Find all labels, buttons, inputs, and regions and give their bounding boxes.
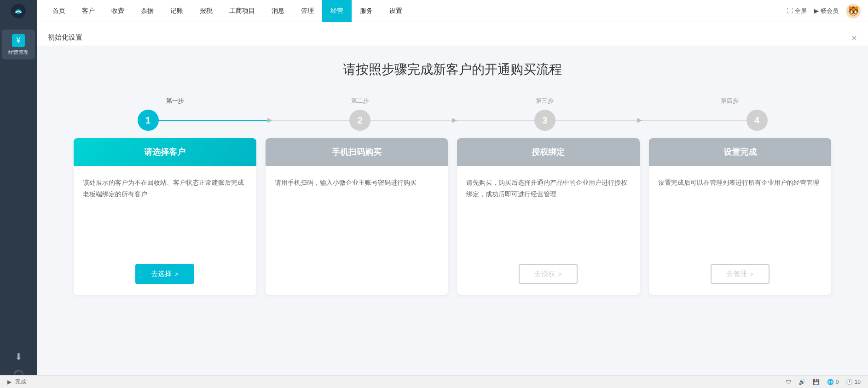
go-authorize-button[interactable]: 去授权 > <box>519 264 578 284</box>
nav-biz[interactable]: 工商项目 <box>221 0 263 22</box>
fullscreen-button[interactable]: ⛶ 全屏 <box>787 7 807 15</box>
step-4-wrapper: 第四步 4 <box>637 97 822 131</box>
steps-container: 第一步 1 ▶ 第二步 2 <box>55 97 850 131</box>
status-text: 完成 <box>15 378 26 386</box>
nav-manage[interactable]: 管理 <box>293 0 322 22</box>
nav-invoice[interactable]: 票据 <box>133 0 162 22</box>
step-4-label: 第四步 <box>721 97 739 105</box>
play-icon: ▶ <box>814 7 819 14</box>
card-4-header: 设置完成 <box>649 138 832 166</box>
card-1-header: 请选择客户 <box>74 138 256 166</box>
card-2: 手机扫码购买 请用手机扫码，输入小微企业主账号密码进行购买 <box>266 138 448 295</box>
nav-accounting[interactable]: 记账 <box>162 0 191 22</box>
sidebar-item-label: 经营管理 <box>8 49 29 56</box>
card-4-body: 设置完成后可以在管理列表进行所有企业用户的经营管理 <box>649 166 832 257</box>
nav-tax[interactable]: 报税 <box>191 0 221 22</box>
status-right: 🛡 🔊 💾 🌐 0 🕐 10 <box>786 379 861 385</box>
flow-title: 请按照步骤完成新客户的开通购买流程 <box>55 61 850 78</box>
step-3-wrapper: 第三步 3 ▶ <box>452 97 637 131</box>
step-2-circle: 2 <box>349 110 370 131</box>
card-3-footer: 去授权 > <box>457 257 640 295</box>
step-1-circle: 1 <box>138 110 159 131</box>
card-1: 请选择客户 该处展示的客户为不在回收站、客户状态正常建账后完成老板端绑定的所有客… <box>74 138 256 295</box>
sidebar-item-operation[interactable]: ¥ 经营管理 <box>2 29 35 59</box>
nav-right: ⛶ 全屏 ▶ 畅会员 🐯 <box>787 4 861 18</box>
status-bar: ▶ 完成 🛡 🔊 💾 🌐 0 🕐 10 <box>0 375 868 388</box>
go-manage-button[interactable]: 去管理 > <box>711 264 770 284</box>
go-authorize-label: 去授权 <box>534 270 555 278</box>
operation-icon: ¥ <box>12 34 25 47</box>
card-1-footer: 去选择 > <box>74 257 256 295</box>
volume-icon: 🔊 <box>799 379 805 385</box>
step-1-label: 第一步 <box>166 97 184 105</box>
step-3-label: 第三步 <box>536 97 554 105</box>
card-2-header: 手机扫码购买 <box>266 138 448 166</box>
top-nav: 首页 客户 收费 票据 记账 报税 工商项目 消息 管理 经营 服务 设置 ⛶ … <box>37 0 868 22</box>
go-select-button[interactable]: 去选择 > <box>135 264 194 284</box>
step-4-circle: 4 <box>746 110 768 131</box>
nav-home[interactable]: 首页 <box>44 0 74 22</box>
sidebar: ¥ 经营管理 ⬇ 🎧 <box>0 22 37 388</box>
logo <box>0 0 37 22</box>
page-header: 初始化设置 × <box>37 22 868 46</box>
go-manage-arrow: > <box>750 270 754 278</box>
vip-label: 畅会员 <box>821 7 839 15</box>
card-2-footer <box>266 276 448 295</box>
go-select-arrow: > <box>174 270 179 278</box>
download-icon[interactable]: ⬇ <box>15 351 23 362</box>
avatar[interactable]: 🐯 <box>846 4 861 18</box>
card-1-body: 该处展示的客户为不在回收站、客户状态正常建账后完成老板端绑定的所有客户 <box>74 166 256 257</box>
nav-operation[interactable]: 经营 <box>322 0 352 22</box>
go-authorize-arrow: > <box>558 270 562 278</box>
nav-settings[interactable]: 设置 <box>381 0 411 22</box>
nav-items: 首页 客户 收费 票据 记账 报税 工商项目 消息 管理 经营 服务 设置 <box>44 0 787 22</box>
go-select-label: 去选择 <box>151 270 172 278</box>
nav-message[interactable]: 消息 <box>263 0 293 22</box>
nav-service[interactable]: 服务 <box>352 0 381 22</box>
status-left: ▶ 完成 <box>7 378 26 386</box>
network-status: 🌐 0 <box>827 379 839 385</box>
card-3: 授权绑定 请先购买，购买后选择开通的产品中的企业用户进行授权绑定，成功后即可进行… <box>457 138 640 295</box>
main-content: 初始化设置 × 请按照步骤完成新客户的开通购买流程 第一步 1 ▶ <box>37 22 868 388</box>
clock-status: 🕐 10 <box>846 379 861 385</box>
step-3-circle: 3 <box>534 110 556 131</box>
shield-icon: 🛡 <box>786 379 791 385</box>
step-1-wrapper: 第一步 1 ▶ <box>83 97 268 131</box>
nav-customer[interactable]: 客户 <box>74 0 103 22</box>
nav-fee[interactable]: 收费 <box>103 0 133 22</box>
fullscreen-label: 全屏 <box>795 7 807 15</box>
go-manage-label: 去管理 <box>726 270 747 278</box>
page-title: 初始化设置 <box>48 33 82 42</box>
close-button[interactable]: × <box>851 33 857 42</box>
vip-button[interactable]: ▶ 畅会员 <box>814 7 839 15</box>
card-3-header: 授权绑定 <box>457 138 640 166</box>
content-area: 请按照步骤完成新客户的开通购买流程 第一步 1 ▶ 第二步 <box>37 46 868 306</box>
card-4: 设置完成 设置完成后可以在管理列表进行所有企业用户的经营管理 去管理 > <box>649 138 832 295</box>
card-4-footer: 去管理 > <box>649 257 832 295</box>
fullscreen-icon: ⛶ <box>787 7 793 14</box>
card-2-body: 请用手机扫码，输入小微企业主账号密码进行购买 <box>266 166 448 276</box>
step-2-wrapper: 第二步 2 ▶ <box>268 97 453 131</box>
step-2-label: 第二步 <box>351 97 369 105</box>
status-play-icon: ▶ <box>7 379 12 385</box>
cards-row: 请选择客户 该处展示的客户为不在回收站、客户状态正常建账后完成老板端绑定的所有客… <box>55 138 850 295</box>
card-3-body: 请先购买，购买后选择开通的产品中的企业用户进行授权绑定，成功后即可进行经营管理 <box>457 166 640 257</box>
save-icon: 💾 <box>813 379 820 385</box>
